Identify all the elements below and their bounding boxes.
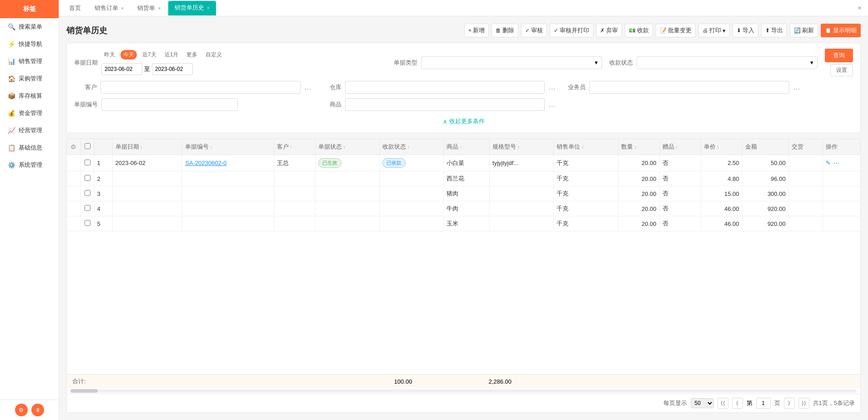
row-checkbox[interactable] xyxy=(85,175,90,181)
sidebar-item-purchase-mgmt[interactable]: 🏠 采购管理 xyxy=(0,70,59,87)
last-page-btn[interactable]: ⟩⟩ xyxy=(798,398,809,409)
abandon-button[interactable]: ✗ 弃审 xyxy=(596,24,622,37)
th-spec[interactable]: 规格型号↕ xyxy=(490,139,554,155)
delete-button[interactable]: 🗑 删除 xyxy=(492,24,518,37)
date-from-input[interactable] xyxy=(101,63,142,75)
th-doc-num[interactable]: 单据编号↕ xyxy=(182,139,274,155)
tab-sales-history-close[interactable]: × xyxy=(207,5,210,10)
tab-sales-goods-close[interactable]: × xyxy=(158,5,161,11)
salesperson-dotdot[interactable]: … xyxy=(793,83,800,91)
td-settings xyxy=(67,155,80,171)
td-checkbox[interactable] xyxy=(80,201,94,216)
td-checkbox[interactable] xyxy=(80,216,94,231)
td-unit: 千克 xyxy=(554,171,618,186)
row-checkbox[interactable] xyxy=(85,220,90,226)
sidebar-settings-btn[interactable]: ⚙ xyxy=(15,404,28,416)
th-checkbox[interactable] xyxy=(80,139,94,155)
tab-sales-goods[interactable]: 销货单 × xyxy=(131,1,167,15)
td-transaction xyxy=(788,155,823,171)
goods-dotdot[interactable]: … xyxy=(548,100,556,109)
collect-button[interactable]: 💵 收款 xyxy=(625,24,653,37)
sidebar-pause-btn[interactable]: ⏸ xyxy=(31,404,44,416)
salesperson-input[interactable] xyxy=(589,81,789,94)
show-detail-button[interactable]: 📋 显示明细 xyxy=(821,24,861,37)
th-qty[interactable]: 数量↕ xyxy=(618,139,659,155)
td-qty: 20.00 xyxy=(618,171,659,186)
date-today[interactable]: 今天 xyxy=(120,50,137,60)
audit-print-button[interactable]: ✓ 审核并打印 xyxy=(550,24,593,37)
customer-dotdot[interactable]: … xyxy=(304,83,311,91)
add-button[interactable]: + 新增 xyxy=(464,24,489,37)
row-checkbox[interactable] xyxy=(85,205,90,211)
tab-sales-order[interactable]: 销售订单 × xyxy=(88,1,130,15)
export-button[interactable]: ⬆ 导出 xyxy=(761,24,787,37)
date-yesterday[interactable]: 昨天 xyxy=(101,50,118,60)
column-settings-icon[interactable]: ⚙ xyxy=(70,143,76,150)
td-checkbox[interactable] xyxy=(80,186,94,201)
th-doc-date[interactable]: 单据日期↕ xyxy=(112,139,182,155)
doc-number-input[interactable] xyxy=(101,98,238,111)
page-label: 第 xyxy=(747,399,753,407)
date-more[interactable]: 更多 xyxy=(184,50,200,60)
scroll-thumb[interactable] xyxy=(70,389,98,393)
sidebar-item-basic-info[interactable]: 📋 基础信息 xyxy=(0,139,59,156)
row-checkbox[interactable] xyxy=(85,160,90,165)
prev-page-btn[interactable]: ⟨ xyxy=(732,398,743,409)
query-button[interactable]: 查询 xyxy=(825,49,853,62)
per-page-select[interactable]: 50 100 200 xyxy=(691,398,714,408)
td-checkbox[interactable] xyxy=(80,155,94,171)
th-price[interactable]: 单价↕ xyxy=(701,139,742,155)
next-page-btn[interactable]: ⟩ xyxy=(784,398,795,409)
sidebar-item-sys-mgmt[interactable]: ⚙️ 系统管理 xyxy=(0,156,59,174)
sidebar-item-inventory[interactable]: 📦 库存核算 xyxy=(0,87,59,105)
payment-status-select[interactable]: ▾ xyxy=(637,56,818,69)
row-checkbox[interactable] xyxy=(85,190,90,196)
toolbar: + 新增 🗑 删除 ✓ 审核 ✓ 审核并打印 ✗ 弃审 xyxy=(464,24,861,37)
tabs-close-all[interactable]: × xyxy=(855,4,864,12)
th-gift[interactable]: 赠品↕ xyxy=(659,139,701,155)
edit-op-btn[interactable]: ✎ xyxy=(826,160,831,166)
th-unit[interactable]: 销售单位↕ xyxy=(554,139,618,155)
import-button[interactable]: ⬇ 导入 xyxy=(733,24,758,37)
warehouse-input[interactable] xyxy=(345,81,545,94)
more-op-btn[interactable]: ⋯ xyxy=(833,160,839,166)
batch-change-button[interactable]: 📝 批量变更 xyxy=(656,24,696,37)
sidebar-item-sales-mgmt[interactable]: 📊 销售管理 xyxy=(0,53,59,70)
date-1month[interactable]: 近1月 xyxy=(162,50,181,60)
select-all-checkbox[interactable] xyxy=(85,143,90,149)
set-button[interactable]: 设置 xyxy=(830,64,853,76)
sidebar-item-finance[interactable]: 💰 资金管理 xyxy=(0,105,59,122)
tab-sales-order-close[interactable]: × xyxy=(121,5,124,11)
sidebar-item-search-menu[interactable]: 🔍 搜索菜单 xyxy=(0,18,59,35)
th-goods[interactable]: 商品↕ xyxy=(444,139,490,155)
doc-type-select[interactable]: ▾ xyxy=(421,56,602,69)
sidebar-item-ops[interactable]: 📈 经营管理 xyxy=(0,122,59,139)
date-custom[interactable]: 自定义 xyxy=(203,50,225,60)
warehouse-dotdot[interactable]: … xyxy=(548,83,556,91)
tab-sales-history[interactable]: 销货单历史 × xyxy=(168,1,216,15)
sidebar-item-quick-nav[interactable]: ⚡ 快捷导航 xyxy=(0,35,59,53)
doc-num-link[interactable]: SA-20230602-0 xyxy=(185,160,226,166)
th-settings[interactable]: ⚙ xyxy=(67,139,80,155)
th-payment-status[interactable]: 收款状态↕ xyxy=(380,139,444,155)
table-scroll[interactable]: ⚙ 单据日期↕ 单据编号↕ xyxy=(67,139,860,374)
date-input-row: 至 xyxy=(101,63,386,75)
customer-field: 客户 … xyxy=(74,81,311,94)
print-button[interactable]: 🖨 打印 ▾ xyxy=(698,24,730,37)
td-checkbox[interactable] xyxy=(80,171,94,186)
horizontal-scrollbar[interactable] xyxy=(70,389,857,393)
first-page-btn[interactable]: ⟨⟨ xyxy=(717,398,728,409)
th-customer[interactable]: 客户↕ xyxy=(274,139,315,155)
goods-input[interactable] xyxy=(345,98,545,111)
refresh-button[interactable]: 🔄 刷新 xyxy=(790,24,818,37)
tab-home[interactable]: 首页 xyxy=(63,1,87,15)
batch-label: 批量变更 xyxy=(668,26,692,35)
collapse-conditions[interactable]: ∧ 收起更多条件 xyxy=(74,115,853,127)
sort-icon-doc-status: ↕ xyxy=(343,145,346,150)
audit-button[interactable]: ✓ 审核 xyxy=(521,24,547,37)
th-doc-status[interactable]: 单据状态↕ xyxy=(315,139,379,155)
date-7days[interactable]: 近7天 xyxy=(140,50,159,60)
customer-input[interactable] xyxy=(100,81,301,94)
page-number-input[interactable] xyxy=(756,398,771,409)
date-to-input[interactable] xyxy=(152,63,193,75)
